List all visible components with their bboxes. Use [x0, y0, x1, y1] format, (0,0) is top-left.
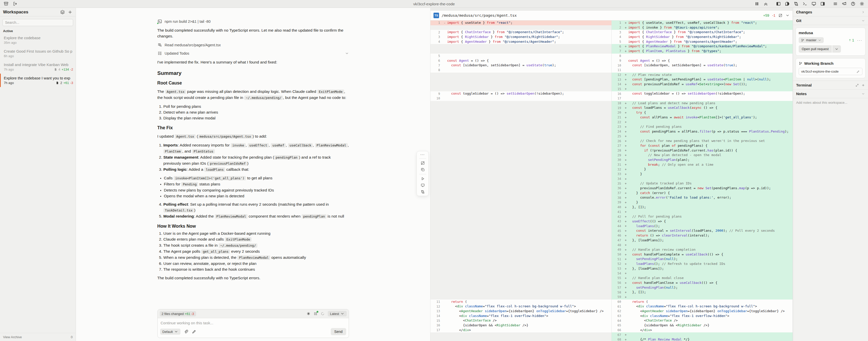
diff-file-header[interactable]: TS /medusa/medusa/src/pages/Agent.tsx +5… — [430, 11, 793, 21]
diff-row: 44+ loadPlans(); — [430, 224, 793, 229]
line-number: 34 — [612, 177, 623, 181]
line-number: 12 — [612, 73, 623, 76]
latest-dropdown[interactable]: Latest — [328, 311, 346, 316]
tool-call-row[interactable]: Updated Todos — [157, 51, 349, 56]
working-branch-field[interactable]: vk/3ccf-explore-the-code — [799, 68, 862, 75]
files-changed-chip[interactable]: 2 files changed +61 -3 — [160, 311, 196, 316]
code-text: {sidebarOpen && <RightSidebar />} — [628, 323, 710, 328]
diff-spacer — [430, 247, 612, 252]
diff-row: 16 {sidebarOpen && <RightSidebar />}65 {… — [430, 323, 793, 328]
line-number: 38 — [612, 196, 623, 199]
diff-row: 11 return (60 return ( — [430, 300, 793, 304]
line-number: 44 — [612, 224, 623, 228]
branch-selector[interactable]: master — [799, 37, 824, 43]
chevron-down-icon[interactable] — [785, 13, 789, 18]
drag-handle-icon[interactable]: ••• — [420, 153, 425, 156]
workspace-diff-stats: 2+61-3 — [56, 81, 73, 85]
send-button[interactable]: Send — [331, 328, 346, 335]
diff-view-icon[interactable] — [778, 13, 782, 18]
play-icon[interactable] — [421, 177, 425, 181]
line-number: 52 — [612, 262, 623, 266]
diff-marker: + — [623, 257, 628, 261]
diff-spacer — [430, 177, 612, 181]
diff-add-line: 18+ // Load plans and detect new pending… — [612, 101, 793, 106]
settings-icon[interactable] — [859, 1, 864, 6]
spark-icon[interactable] — [306, 312, 311, 316]
layers-icon[interactable] — [60, 10, 65, 15]
terminal-section-header[interactable]: Terminal — [793, 81, 868, 90]
status-dot — [157, 23, 159, 24]
typescript-file-icon: TS — [433, 13, 439, 18]
diff-row: 45+ const interval = setInterval(loadPla… — [430, 228, 793, 233]
line-number: 66 — [612, 328, 623, 332]
code-text: // Plan review state — [628, 72, 672, 78]
copy-icon[interactable] — [421, 167, 425, 172]
workspace-list-item[interactable]: Explore the codebase I want you to exp7h… — [0, 73, 76, 87]
megaphone-icon[interactable] — [842, 1, 847, 6]
more-actions-button[interactable]: ··· — [857, 38, 862, 42]
sign-out-icon[interactable] — [13, 1, 18, 6]
terminal-icon[interactable] — [802, 1, 808, 6]
git-section-header[interactable]: Git — [793, 17, 868, 25]
diff-spacer — [430, 25, 612, 30]
diff-add-line: 6+import { PlanReviewModal } from "@/com… — [612, 44, 793, 49]
attach-file-icon[interactable] — [183, 329, 189, 334]
todos-icon[interactable] — [314, 312, 318, 316]
inline-code: ExitPlanMode — [225, 237, 252, 242]
workspace-list-item[interactable]: Install and integrate Vibe Kanban Web7h … — [0, 60, 76, 73]
composer-status-bar: 2 files changed +61 -3 Latest — [158, 309, 349, 318]
view-archive-link[interactable]: View Archive — [3, 335, 22, 339]
diff-add-line: 25+ — [612, 134, 793, 139]
line-number: 14 — [612, 83, 623, 86]
pull-request-options-button[interactable] — [832, 45, 841, 53]
code-text: }, [loadPlans]); — [628, 267, 664, 271]
chevron-down-icon[interactable] — [345, 51, 349, 55]
panel-right-icon[interactable] — [820, 1, 825, 6]
tool-call-row[interactable]: npm run build 2>&1 | tail -80 — [157, 19, 349, 24]
annotate-pen-icon[interactable] — [192, 329, 197, 334]
collapse-up-icon[interactable] — [763, 1, 768, 6]
archive-icon[interactable] — [4, 1, 9, 6]
git-compare-icon[interactable] — [794, 1, 799, 6]
workspace-list-item[interactable]: Explore the codebase35m ago — [0, 33, 76, 47]
list-item: Opens the modal when a new plan is detec… — [164, 193, 349, 199]
panel-left-icon[interactable] — [776, 1, 781, 6]
notes-section-header[interactable]: Notes — [793, 90, 868, 98]
mode-dropdown[interactable]: Default — [160, 329, 180, 335]
line-number: 65 — [612, 323, 623, 327]
line-number: 13 — [430, 309, 442, 313]
monitor-icon[interactable] — [421, 183, 425, 187]
line-number: 27 — [612, 144, 623, 148]
help-icon[interactable] — [850, 1, 856, 6]
plus-icon[interactable] — [68, 10, 73, 15]
edit-pencil-icon[interactable] — [856, 70, 860, 73]
pause-icon[interactable] — [754, 1, 760, 6]
diff-view-icon[interactable] — [421, 161, 425, 165]
message-input[interactable]: Continue working on this task... — [158, 318, 349, 327]
line-number: 49 — [612, 248, 623, 251]
monitor-icon[interactable] — [811, 1, 816, 6]
diff-split-view[interactable]: 1-import { useState } from "react";1+imp… — [430, 21, 793, 341]
code-text: return ( — [447, 300, 467, 304]
sidebar-header-icons — [60, 10, 73, 15]
chat-paragraph: I've implemented the fix. Here's a summa… — [157, 59, 349, 65]
diff-add-line: 42+ // Poll for pending plans — [612, 214, 793, 219]
open-pull-request-button[interactable]: Open pull request — [799, 45, 832, 53]
add-terminal-icon[interactable] — [861, 84, 865, 87]
workspace-list-item[interactable]: Create Good First Issues on Github So p6… — [0, 47, 76, 60]
notes-placeholder[interactable]: Add notes about this workspace... — [793, 98, 868, 107]
menu-icon[interactable] — [833, 1, 838, 6]
git-compare-icon[interactable] — [421, 190, 425, 194]
diff-marker: + — [623, 163, 628, 166]
line-number: 16 — [430, 323, 442, 327]
code-text: import { PlanReviewModal } from "@/compo… — [628, 44, 767, 49]
expand-icon[interactable] — [855, 84, 859, 87]
tool-call-row[interactable]: Read medusa/src/pages/Agent.tsx — [157, 42, 349, 47]
chat-scroll-area[interactable]: npm run build 2>&1 | tail -80The build c… — [76, 8, 430, 309]
search-input[interactable] — [3, 19, 73, 26]
diff-ctx-line: 11 return ( — [430, 300, 612, 304]
chat-bubble-icon[interactable] — [785, 1, 790, 6]
spinner-icon[interactable] — [321, 312, 325, 316]
diff-spacer — [430, 181, 612, 186]
changes-section-header[interactable]: Changes — [793, 8, 868, 17]
